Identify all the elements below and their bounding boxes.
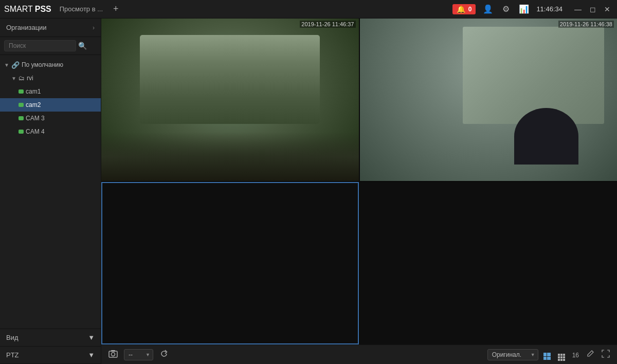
sidebar: Организации › 🔍 ▼ 🔗 По умолчанию ▼ 🗂 rvi	[0, 19, 101, 364]
window-controls: — ◻ ✕	[572, 4, 613, 14]
orig-select-wrap: Оригинал. Растянуть По размеру	[487, 349, 538, 360]
tree-item-cam2[interactable]: cam2	[0, 98, 101, 112]
video-cell-3[interactable]	[101, 182, 359, 344]
tab-label[interactable]: Просмотр в ...	[60, 5, 103, 13]
tree-arrow-default: ▼	[4, 62, 9, 68]
ptz-arrow-icon: ▼	[88, 351, 95, 359]
layout-2x2-button[interactable]	[541, 348, 553, 361]
logo-smart: SMART	[4, 5, 33, 14]
video-cell-1[interactable]: 2019-11-26 11:46:37	[101, 19, 359, 181]
tree-area: ▼ 🔗 По умолчанию ▼ 🗂 rvi cam1 cam2	[0, 55, 101, 329]
refresh-button[interactable]	[157, 348, 171, 361]
tree-label-default: По умолчанию	[22, 61, 63, 68]
user-icon-button[interactable]: 👤	[481, 3, 495, 15]
tree-label-cam2: cam2	[26, 101, 41, 108]
ptz-label: PTZ	[6, 351, 19, 359]
restore-button[interactable]: ◻	[587, 4, 598, 14]
search-icon-button[interactable]: 🔍	[78, 42, 87, 50]
tree-label-cam3: CAM 3	[26, 115, 45, 122]
view-arrow-icon: ▼	[88, 334, 95, 341]
cam2-feed	[360, 19, 618, 181]
tree-item-rvi[interactable]: ▼ 🗂 rvi	[0, 71, 101, 85]
title-time: 11:46:34	[536, 5, 562, 13]
tree-label-cam4: CAM 4	[26, 128, 45, 135]
search-input[interactable]	[4, 40, 76, 51]
default-group-icon: 🔗	[11, 61, 20, 69]
tree-item-cam1[interactable]: cam1	[0, 85, 101, 98]
fullscreen-icon	[602, 350, 610, 358]
toolbar-right: Оригинал. Растянуть По размеру	[487, 348, 612, 362]
folder-icon-rvi: 🗂	[19, 75, 25, 82]
minimize-button[interactable]: —	[572, 4, 584, 14]
layout-16-button[interactable]: 16	[570, 349, 581, 360]
logo-pss: PSS	[35, 5, 51, 14]
layout-3x3-button[interactable]	[556, 348, 567, 362]
snapshot-icon	[108, 349, 118, 358]
cam-active-dot-cam4	[19, 130, 24, 134]
tree-arrow-rvi: ▼	[11, 76, 16, 81]
title-bar-right: 🔔 0 👤 ⚙ 📊 11:46:34 — ◻ ✕	[452, 3, 613, 15]
edit-layout-button[interactable]	[584, 349, 596, 361]
layout-2x2-icon	[543, 353, 551, 360]
sidebar-header-arrow-icon: ›	[93, 24, 95, 31]
sidebar-header-label: Организации	[6, 24, 47, 31]
sidebar-header[interactable]: Организации ›	[0, 19, 101, 37]
refresh-icon	[159, 349, 169, 358]
app-logo: SMART PSS	[4, 5, 51, 14]
video-cell-2[interactable]: 2019-11-26 11:46:38	[360, 19, 618, 181]
monitor-icon-button[interactable]: 📊	[517, 3, 531, 15]
tree-label-rvi: rvi	[27, 75, 33, 82]
svg-point-1	[112, 352, 115, 356]
orig-select[interactable]: Оригинал. Растянуть По размеру	[487, 349, 538, 360]
sidebar-search: 🔍	[0, 37, 101, 55]
tree-item-cam4[interactable]: CAM 4	[0, 125, 101, 138]
sidebar-ptz-item[interactable]: PTZ ▼	[0, 347, 101, 364]
title-bar: SMART PSS Просмотр в ... + 🔔 0 👤 ⚙ 📊 11:…	[0, 0, 617, 19]
snapshot-button[interactable]	[106, 348, 120, 361]
tree-item-default[interactable]: ▼ 🔗 По умолчанию	[0, 58, 101, 71]
view-label: Вид	[6, 334, 19, 341]
edit-icon	[586, 350, 594, 358]
layout-16-label: 16	[572, 352, 579, 359]
video-grid: 2019-11-26 11:46:37 2019-11-26 11:46:38	[101, 19, 617, 344]
layout-3x3-icon	[558, 354, 565, 361]
add-tab-button[interactable]: +	[111, 4, 121, 14]
cam1-feed	[101, 19, 359, 181]
svg-rect-2	[111, 350, 115, 352]
toolbar-left: -- Main Sub	[106, 348, 171, 361]
cam1-timestamp: 2019-11-26 11:46:37	[300, 21, 355, 28]
sidebar-bottom: Вид ▼ PTZ ▼	[0, 329, 101, 364]
title-bar-left: SMART PSS Просмотр в ... +	[4, 4, 121, 14]
stream-select[interactable]: -- Main Sub	[124, 349, 153, 360]
cam-active-dot-cam1	[19, 89, 24, 94]
cam-active-dot-cam3	[19, 116, 24, 120]
settings-icon-button[interactable]: ⚙	[500, 3, 512, 15]
fullscreen-button[interactable]	[600, 349, 612, 361]
close-button[interactable]: ✕	[602, 4, 613, 14]
cam-active-dot-cam2	[19, 103, 24, 107]
sidebar-view-item[interactable]: Вид ▼	[0, 329, 101, 347]
main-layout: Организации › 🔍 ▼ 🔗 По умолчанию ▼ 🗂 rvi	[0, 19, 617, 364]
video-toolbar: -- Main Sub Оригинал. Растянуть	[101, 344, 617, 364]
bell-icon: 🔔	[457, 5, 465, 13]
video-cell-4[interactable]	[360, 182, 618, 344]
tree-item-cam3[interactable]: CAM 3	[0, 112, 101, 125]
stream-select-wrap: -- Main Sub	[124, 349, 153, 360]
tree-label-cam1: cam1	[26, 88, 41, 95]
cam2-timestamp: 2019-11-26 11:46:38	[558, 21, 614, 28]
video-area: 2019-11-26 11:46:37 2019-11-26 11:46:38	[101, 19, 617, 364]
alert-count: 0	[468, 6, 472, 13]
alert-badge[interactable]: 🔔 0	[452, 4, 476, 14]
